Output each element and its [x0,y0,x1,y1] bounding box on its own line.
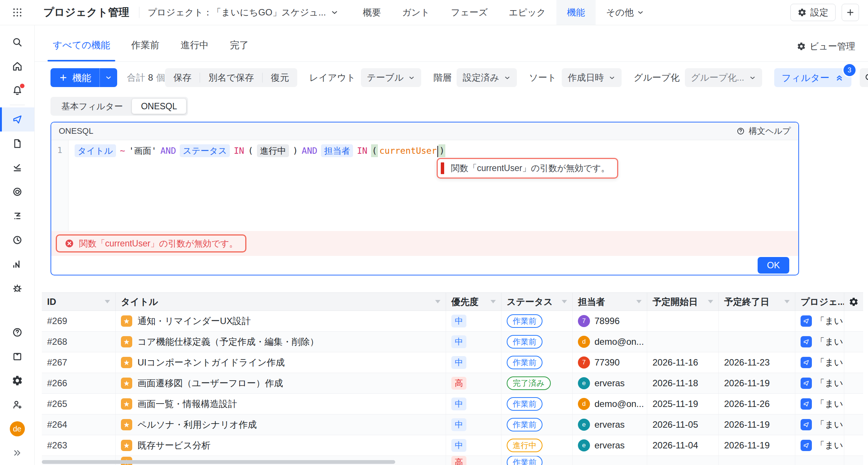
view-tab-done[interactable]: 完了 [228,39,251,61]
sidebar-item-document[interactable] [0,132,34,156]
view-tab-all-features[interactable]: すべての機能 [50,39,112,61]
search-in-view-button[interactable] [860,68,868,87]
cell-assignee: eerveras [573,435,647,456]
filter-triangle-icon[interactable] [708,300,713,303]
tab-overview[interactable]: 概要 [352,0,391,25]
filter-triangle-icon[interactable] [562,300,567,303]
table-row[interactable]: #267 ★UIコンポーネントガイドライン作成 中 作業前 777390 202… [42,352,863,373]
column-header-end-date[interactable]: 予定終了日 [719,293,795,311]
project-settings-button[interactable]: 設定 [790,4,836,21]
cell-priority: 高 [446,373,501,393]
inline-error-text: 関数「currentUser」の引数が無効です。 [451,162,610,174]
onesql-tab[interactable]: ONESQL [132,99,186,114]
feature-star-icon: ★ [121,357,132,368]
feature-title-link[interactable]: 画面遷移図（ユーザーフロー）作成 [138,377,283,389]
sidebar-item-home[interactable] [0,54,34,78]
sidebar-item-avatar[interactable]: de [0,417,34,441]
horizontal-scrollbar-thumb[interactable] [42,460,395,464]
column-header-priority[interactable]: 優先度 [446,293,501,311]
cell-start-date: 2025-11-19 [647,394,719,414]
cell-priority: 中 [446,352,501,373]
sidebar-item-target[interactable] [0,180,34,204]
column-header-start-date[interactable]: 予定開始日 [647,293,719,311]
save-button[interactable]: 保存 [165,72,200,84]
table-row[interactable]: #268 ★コア機能仕様定義（予定作成・編集・削除） 中 作業前 ddemo@o… [42,332,863,352]
table-row[interactable]: #269 ★通知・リマインダーUX設計 中 作業前 778996 「まいに... [42,311,863,332]
syntax-help-link[interactable]: 構文ヘルプ [736,125,791,137]
sidebar-item-inbox[interactable] [0,344,34,369]
feature-title-link[interactable]: UIコンポーネントガイドライン作成 [138,356,285,369]
filter-triangle-icon[interactable] [435,300,440,303]
feature-title-link[interactable]: 既存サービス分析 [138,439,211,451]
tab-epics[interactable]: エピック [498,0,556,25]
app-grid-button[interactable] [0,7,34,18]
filter-toggle-button[interactable]: フィルター 3 [774,68,851,87]
column-header-project[interactable]: プロジェ... [795,293,844,311]
sidebar-item-time[interactable] [0,228,34,252]
status-badge: 完了済み [507,376,551,390]
new-feature-button[interactable]: 機能 [50,68,117,87]
layout-dropdown[interactable]: テーブル [361,68,422,87]
group-dropdown[interactable]: グループ化... [685,68,762,87]
filter-triangle-icon[interactable] [491,300,496,303]
sort-dropdown[interactable]: 作成日時 [562,68,622,87]
cell-title: ★画面一覧・情報構造設計 [116,394,446,414]
basic-filter-tab[interactable]: 基本フィルター [52,99,132,114]
sidebar-item-test[interactable] [0,276,34,300]
code-input-area[interactable]: タイトル~'画面'ANDステータスIN(進行中)AND担当者IN(current… [69,140,798,231]
plus-icon [846,8,855,17]
tab-phases[interactable]: フェーズ [440,0,498,25]
save-as-button[interactable]: 別名で保存 [200,72,262,84]
feature-title-link[interactable]: 通知・リマインダーUX設計 [138,315,251,327]
filter-triangle-icon[interactable] [784,300,790,303]
column-header-assignee[interactable]: 担当者 [573,293,647,311]
view-tab-in-progress[interactable]: 進行中 [178,39,211,61]
table-row[interactable]: #266 ★画面遷移図（ユーザーフロー）作成 高 完了済み eerveras 2… [42,373,863,394]
cell-actions [844,332,863,352]
collapse-chevrons-icon [12,448,22,458]
cell-priority: 中 [446,394,501,414]
project-selector[interactable]: プロジェクト：「まいにちGO」スケジュ... [139,6,347,18]
tab-more[interactable]: その他 [596,0,655,25]
sidebar-item-project[interactable] [0,107,34,132]
filter-triangle-icon[interactable] [105,300,110,303]
status-badge: 作業前 [507,418,542,431]
table-row[interactable]: #265 ★画面一覧・情報構造設計 中 作業前 ddemo@on... 2025… [42,394,863,415]
feature-title-link[interactable]: コア機能仕様定義（予定作成・編集・削除） [138,336,319,348]
feature-title-link[interactable]: 画面一覧・情報構造設計 [138,398,237,410]
new-feature-dropdown[interactable] [99,68,117,87]
sidebar-item-tasks[interactable] [0,156,34,180]
column-header-status[interactable]: ステータス [501,293,573,311]
collapse-chevrons-up-icon [835,73,844,82]
sidebar-item-notifications[interactable] [0,78,34,102]
hierarchy-dropdown[interactable]: 設定済み [457,68,517,87]
column-header-id[interactable]: ID [42,293,116,311]
sidebar-collapse[interactable] [0,441,34,465]
sidebar-item-sprint[interactable] [0,204,34,228]
view-tab-todo[interactable]: 作業前 [129,39,162,61]
home-icon [12,61,23,72]
tab-features[interactable]: 機能 [556,0,596,25]
sidebar-item-help[interactable] [0,320,34,344]
table-row[interactable]: #264 ★ペルソナ・利用シナリオ作成 中 作業前 eerveras 2026-… [42,415,863,435]
cell-start-date [647,332,719,352]
ok-button[interactable]: OK [758,257,789,274]
column-header-title[interactable]: タイトル [116,293,446,311]
feature-star-icon: ★ [121,378,132,389]
sidebar-item-search[interactable] [0,30,34,54]
feature-title-link[interactable]: ペルソナ・利用シナリオ作成 [138,419,257,431]
filter-triangle-icon[interactable] [636,300,642,303]
cell-project: 「まいに... [795,332,844,352]
feature-star-icon: ★ [121,315,132,327]
global-add-button[interactable] [842,4,859,21]
total-number: 8 [148,72,153,83]
tab-gantt[interactable]: ガント [391,0,440,25]
sidebar-item-report[interactable] [0,252,34,276]
restore-button[interactable]: 復元 [263,72,297,84]
sidebar-item-settings[interactable] [0,369,34,393]
sidebar-item-invite[interactable] [0,393,34,417]
column-settings-button[interactable] [844,293,863,311]
view-manage-button[interactable]: ビュー管理 [797,40,855,61]
table-row[interactable]: #263 ★既存サービス分析 中 進行中 eerveras 2026-11-04… [42,435,863,456]
new-feature-main[interactable]: 機能 [50,68,99,87]
